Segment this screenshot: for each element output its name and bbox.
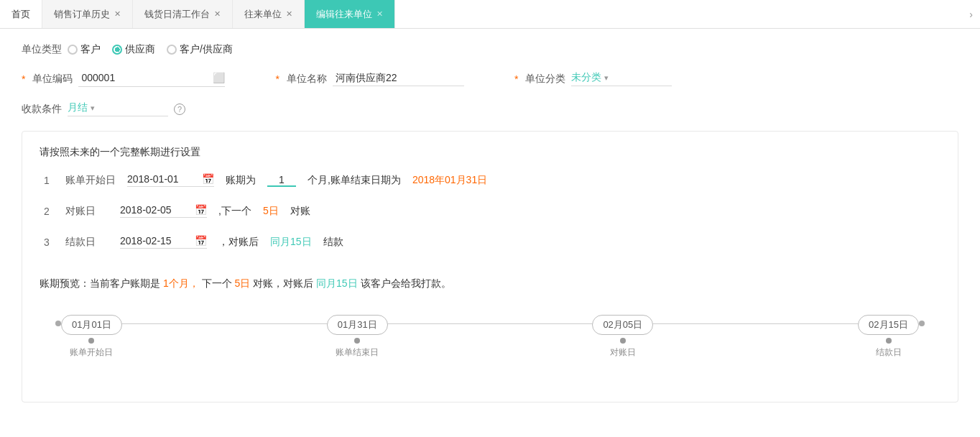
timeline-date-3: 02月05日 bbox=[592, 315, 653, 335]
unit-code-input-wrapper: ⬜ bbox=[78, 70, 225, 87]
unit-code-input[interactable] bbox=[78, 70, 210, 85]
timeline-date-1: 01月01日 bbox=[61, 315, 122, 335]
settlement-row: 3 结款日 📅 ，对账后 同月15日 结款 bbox=[40, 235, 940, 249]
unit-category-required: * bbox=[514, 73, 518, 85]
unit-info-row: * 单位编码 ⬜ * 单位名称 * 单位分类 未分类 ▾ bbox=[22, 70, 958, 87]
reconcile-row: 2 对账日 📅 ,下一个 5日 对账 bbox=[40, 204, 940, 218]
preview-label: 账期预览：当前客户账期是 bbox=[40, 277, 160, 289]
timeline-node-3: 02月05日 对账日 bbox=[592, 315, 653, 359]
account-start-date-input[interactable] bbox=[127, 173, 199, 185]
unit-name-input[interactable] bbox=[333, 71, 464, 86]
settlement-highlight: 同月15日 bbox=[270, 236, 312, 249]
timeline-caption-3: 对账日 bbox=[610, 346, 636, 359]
settlement-cal-icon[interactable]: 📅 bbox=[195, 235, 207, 247]
reconcile-suffix-1: ,下一个 bbox=[218, 205, 251, 218]
timeline-dot-4 bbox=[886, 338, 892, 344]
unit-code-group: * 单位编码 ⬜ bbox=[22, 70, 225, 87]
period-settings-card: 请按照未来的一个完整帐期进行设置 1 账单开始日 📅 账期为 个月,账单结束日期… bbox=[22, 131, 958, 402]
settlement-date-input[interactable] bbox=[120, 235, 192, 247]
account-start-row: 1 账单开始日 📅 账期为 个月,账单结束日期为 2018年01月31日 bbox=[40, 173, 940, 187]
tab-partner-unit-label: 往来单位 bbox=[244, 8, 282, 21]
payment-terms-select[interactable]: 月结 ▾ bbox=[68, 101, 168, 116]
tab-cash-work-label: 钱货日清工作台 bbox=[144, 8, 210, 21]
unit-category-value: 未分类 bbox=[571, 71, 601, 84]
tab-sales-history-close[interactable]: ✕ bbox=[114, 9, 121, 19]
timeline-date-2: 01月31日 bbox=[327, 315, 388, 335]
timeline-nodes: 01月01日 账单开始日 01月31日 账单结束日 02月05日 对账 bbox=[61, 315, 919, 359]
timeline-caption-2: 账单结束日 bbox=[336, 346, 379, 359]
tab-more-button[interactable]: › bbox=[962, 0, 980, 28]
account-start-label: 账单开始日 bbox=[65, 174, 116, 187]
tab-cash-work-close[interactable]: ✕ bbox=[214, 9, 221, 19]
row-num-3: 3 bbox=[40, 236, 54, 248]
timeline-node-4: 02月15日 结款日 bbox=[858, 315, 919, 359]
unit-code-required: * bbox=[22, 73, 25, 85]
account-start-end-date: 2018年01月31日 bbox=[412, 174, 487, 187]
help-icon[interactable]: ? bbox=[174, 104, 185, 115]
preview-highlight1: 1个月， bbox=[163, 277, 199, 289]
timeline-container: 01月01日 账单开始日 01月31日 账单结束日 02月05日 对账 bbox=[40, 308, 940, 387]
month-input[interactable] bbox=[267, 174, 296, 187]
radio-both[interactable]: 客户/供应商 bbox=[167, 43, 233, 56]
timeline-right-cap bbox=[919, 321, 925, 326]
card-title: 请按照未来的一个完整帐期进行设置 bbox=[40, 146, 940, 159]
unit-name-group: * 单位名称 bbox=[275, 71, 463, 86]
unit-name-label: 单位名称 bbox=[287, 73, 327, 86]
timeline-caption-1: 账单开始日 bbox=[70, 346, 113, 359]
payment-terms-row: 收款条件 月结 ▾ ? bbox=[22, 101, 958, 116]
unit-type-group: 单位类型 客户 供应商 客户/供应商 bbox=[22, 43, 233, 56]
reconcile-cal-icon[interactable]: 📅 bbox=[195, 204, 207, 216]
tab-edit-partner-label: 编辑往来单位 bbox=[316, 8, 372, 21]
account-start-cal-icon[interactable]: 📅 bbox=[202, 173, 214, 185]
settlement-label: 结款日 bbox=[65, 236, 108, 249]
payment-terms-label: 收款条件 bbox=[22, 103, 62, 116]
preview-section: 账期预览：当前客户账期是 1个月， 下一个 5日 对账，对账后 同月15日 该客… bbox=[40, 266, 940, 387]
tab-sales-history[interactable]: 销售订单历史 ✕ bbox=[42, 0, 133, 28]
row-num-2: 2 bbox=[40, 206, 54, 217]
settlement-date-wrapper: 📅 bbox=[120, 235, 207, 249]
unit-name-required: * bbox=[275, 73, 279, 85]
account-start-date-wrapper: 📅 bbox=[127, 173, 214, 187]
account-start-suffix-prefix: 账期为 bbox=[226, 174, 256, 187]
unit-type-radio-group: 客户 供应商 客户/供应商 bbox=[68, 43, 233, 56]
timeline-left-cap bbox=[55, 321, 61, 326]
preview-text4: 该客户会给我打款。 bbox=[361, 277, 451, 289]
unit-type-row: 单位类型 客户 供应商 客户/供应商 bbox=[22, 43, 958, 56]
radio-supplier[interactable]: 供应商 bbox=[112, 43, 155, 56]
timeline-dot-3 bbox=[620, 338, 626, 344]
tab-home[interactable]: 首页 bbox=[0, 0, 42, 28]
unit-category-label: 单位分类 bbox=[525, 73, 565, 86]
timeline-date-4: 02月15日 bbox=[858, 315, 919, 335]
settlement-suffix-2: 结款 bbox=[323, 236, 343, 249]
timeline-dot-1 bbox=[88, 338, 94, 344]
copy-icon[interactable]: ⬜ bbox=[213, 72, 225, 83]
preview-text2: 下一个 bbox=[202, 277, 232, 289]
unit-type-label: 单位类型 bbox=[22, 43, 62, 56]
reconcile-date-wrapper: 📅 bbox=[120, 204, 207, 218]
reconcile-date-input[interactable] bbox=[120, 204, 192, 216]
timeline-node-1: 01月01日 账单开始日 bbox=[61, 315, 122, 359]
timeline-node-2: 01月31日 账单结束日 bbox=[327, 315, 388, 359]
tab-partner-unit-close[interactable]: ✕ bbox=[286, 9, 292, 19]
main-content: 单位类型 客户 供应商 客户/供应商 * 单位编码 bbox=[0, 29, 980, 437]
timeline-dot-2 bbox=[354, 338, 360, 344]
preview-highlight3: 同月15日 bbox=[316, 277, 358, 289]
tab-partner-unit[interactable]: 往来单位 ✕ bbox=[233, 0, 305, 28]
preview-text3: 对账，对账后 bbox=[253, 277, 313, 289]
tab-edit-partner-close[interactable]: ✕ bbox=[376, 9, 383, 19]
settlement-suffix-1: ，对账后 bbox=[218, 236, 259, 249]
account-start-suffix: 个月,账单结束日期为 bbox=[308, 174, 401, 187]
tab-sales-history-label: 销售订单历史 bbox=[54, 8, 110, 21]
unit-category-select[interactable]: 未分类 ▾ bbox=[571, 71, 672, 86]
chevron-right-icon: › bbox=[969, 9, 973, 20]
tab-cash-work[interactable]: 钱货日清工作台 ✕ bbox=[133, 0, 233, 28]
radio-both-circle bbox=[167, 45, 177, 55]
radio-customer[interactable]: 客户 bbox=[68, 43, 101, 56]
preview-text: 账期预览：当前客户账期是 1个月， 下一个 5日 对账，对账后 同月15日 该客… bbox=[40, 277, 940, 290]
tab-bar: 首页 销售订单历史 ✕ 钱货日清工作台 ✕ 往来单位 ✕ 编辑往来单位 ✕ › bbox=[0, 0, 980, 29]
radio-both-label: 客户/供应商 bbox=[180, 43, 233, 56]
payment-terms-group: 收款条件 月结 ▾ ? bbox=[22, 101, 185, 116]
timeline-caption-4: 结款日 bbox=[876, 346, 902, 359]
tab-edit-partner[interactable]: 编辑往来单位 ✕ bbox=[305, 0, 395, 28]
payment-terms-arrow: ▾ bbox=[91, 104, 95, 113]
